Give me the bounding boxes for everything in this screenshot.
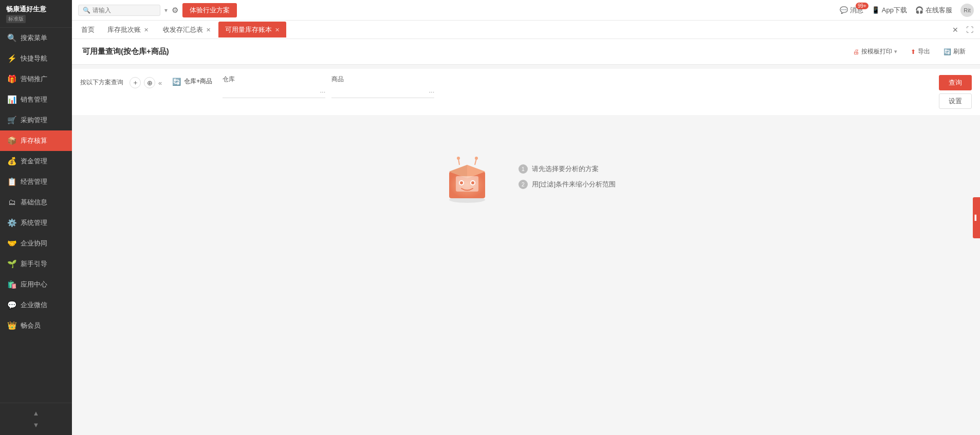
product-ellipsis-icon[interactable]: ···: [429, 88, 434, 96]
sprout-icon: 🌱: [7, 259, 16, 269]
sidebar-item-shortcut[interactable]: ⚡ 快捷导航: [0, 48, 72, 69]
scheme-label: 仓库+商品: [184, 77, 212, 86]
sidebar-item-inventory[interactable]: 📦 库存核算: [0, 130, 72, 151]
sidebar-item-basic[interactable]: 🗂 基础信息: [0, 192, 72, 213]
handshake-icon: 🤝: [7, 239, 16, 248]
headset-icon: 🎧: [915, 6, 923, 14]
page-header: 可用量查询(按仓库+商品) 🖨 按模板打印 ▾ ⬆ 导出 🔄 刷新: [72, 39, 980, 65]
warehouse-field-label: 仓库: [223, 75, 325, 84]
warehouse-filter-field: 仓库 ···: [223, 75, 325, 98]
gift-icon: 🎁: [7, 74, 16, 84]
product-filter-field: 商品 ···: [331, 75, 434, 98]
warehouse-ellipsis-icon[interactable]: ···: [320, 88, 325, 96]
empty-tips: 1 请先选择要分析的方案 2 用[过滤]条件来缩小分析范围: [519, 164, 616, 189]
svg-point-8: [460, 181, 463, 184]
refresh-icon: 🔄: [944, 48, 951, 55]
folder-icon: 🗂: [7, 198, 16, 206]
sidebar-item-finance-label: 资金管理: [21, 157, 47, 166]
svg-point-9: [471, 181, 474, 184]
tab-storage-summary-close[interactable]: ✕: [206, 27, 211, 33]
empty-illustration: [436, 146, 498, 207]
sidebar-item-purchase-label: 采购管理: [21, 116, 47, 125]
online-service-button[interactable]: 🎧 在线客服: [915, 6, 952, 15]
app-download-button[interactable]: 📱 App下载: [872, 6, 907, 15]
print-chevron-icon: ▾: [894, 48, 897, 55]
page-actions: 🖨 按模板打印 ▾ ⬆ 导出 🔄 刷新: [849, 45, 970, 58]
trial-industry-button[interactable]: 体验行业方案: [182, 3, 237, 17]
cart-icon: 🛒: [7, 116, 16, 125]
sidebar-item-wechat-label: 企业微信: [21, 300, 47, 310]
sidebar-item-operation[interactable]: 📋 经营管理: [0, 172, 72, 192]
sidebar-scroll-down[interactable]: ▼: [0, 419, 72, 431]
scheme-warehouse-product[interactable]: 🔄 仓库+商品: [168, 75, 216, 88]
sidebar-item-appstore[interactable]: 🛍️ 应用中心: [0, 274, 72, 295]
refresh-button[interactable]: 🔄 刷新: [939, 45, 970, 58]
sidebar-item-member[interactable]: 👑 畅会员: [0, 315, 72, 336]
query-buttons: 查询 设置: [939, 75, 972, 109]
sidebar-item-purchase[interactable]: 🛒 采购管理: [0, 110, 72, 130]
filter-fields: 仓库 ··· 商品 ···: [223, 75, 933, 98]
sidebar-scroll-up[interactable]: ▲: [0, 407, 72, 419]
sidebar-item-search[interactable]: 🔍 搜索菜单: [0, 28, 72, 48]
print-label: 按模板打印: [861, 47, 892, 56]
tab-storage-summary[interactable]: 收发存汇总表 ✕: [156, 22, 217, 37]
tab-close-all-button[interactable]: ✕: [949, 24, 961, 36]
sidebar-item-newbie-label: 新手引导: [21, 259, 47, 269]
sidebar-item-enterprise[interactable]: 🤝 企业协同: [0, 233, 72, 254]
tab-batch-ledger[interactable]: 库存批次账 ✕: [101, 22, 155, 37]
sidebar-item-finance[interactable]: 💰 资金管理: [0, 151, 72, 172]
sidebar-item-wechat[interactable]: 💬 企业微信: [0, 295, 72, 315]
scroll-indicator: ▌: [974, 215, 978, 220]
brand-name: 畅康通好生意: [6, 5, 66, 14]
sidebar-item-member-label: 畅会员: [21, 321, 41, 330]
query-button[interactable]: 查询: [939, 75, 972, 90]
warehouse-input[interactable]: [223, 88, 318, 96]
tab-batch-ledger-close[interactable]: ✕: [144, 27, 149, 33]
empty-state: 1 请先选择要分析的方案 2 用[过滤]条件来缩小分析范围: [72, 115, 980, 238]
tab-home[interactable]: 首页: [76, 22, 100, 37]
sidebar-item-enterprise-label: 企业协同: [21, 239, 47, 248]
avatar[interactable]: Rit: [960, 4, 974, 17]
search-bar[interactable]: 🔍: [78, 5, 160, 16]
main-content: 🔍 ▾ ⚙ 体验行业方案 💬 消息 99+ 📱 App下载 🎧 在线客服 Rit: [72, 0, 980, 435]
message-button[interactable]: 💬 消息 99+: [840, 6, 863, 15]
add-scheme-button[interactable]: ＋: [130, 77, 141, 88]
product-input[interactable]: [331, 88, 427, 96]
search-input[interactable]: [93, 7, 156, 14]
svg-point-13: [475, 157, 478, 160]
sidebar-item-sales[interactable]: 📊 销售管理: [0, 89, 72, 110]
sidebar-item-basic-label: 基础信息: [21, 198, 47, 207]
tab-expand-button[interactable]: ⛶: [964, 24, 976, 36]
collapse-button[interactable]: «: [158, 79, 162, 87]
settings-icon[interactable]: ⚙: [172, 6, 178, 15]
sidebar-nav: 🔍 搜索菜单 ⚡ 快捷导航 🎁 营销推广 📊 销售管理 🛒 采购管理 📦 库存核…: [0, 28, 72, 403]
product-field-input[interactable]: ···: [331, 86, 434, 98]
tab-available-ledger-close[interactable]: ✕: [275, 27, 280, 33]
scheme-icon: 🔄: [172, 78, 181, 86]
warehouse-field-input[interactable]: ···: [223, 86, 325, 98]
svg-point-11: [457, 157, 460, 160]
filter-settings-button[interactable]: 设置: [939, 93, 972, 109]
tab-available-ledger[interactable]: 可用量库存账本 ✕: [218, 22, 286, 37]
sidebar-item-marketing[interactable]: 🎁 营销推广: [0, 69, 72, 89]
sidebar-item-system-label: 系统管理: [21, 218, 47, 228]
tip-number-2: 2: [519, 180, 528, 189]
sidebar-item-system[interactable]: ⚙️ 系统管理: [0, 213, 72, 233]
right-scrollbar[interactable]: ▌: [973, 197, 980, 238]
search-chevron-icon[interactable]: ▾: [164, 7, 168, 14]
print-template-button[interactable]: 🖨 按模板打印 ▾: [849, 45, 901, 58]
page-title: 可用量查询(按仓库+商品): [82, 47, 169, 56]
sidebar-item-newbie[interactable]: 🌱 新手引导: [0, 254, 72, 274]
scheme-settings-button[interactable]: ⊕: [144, 77, 155, 88]
filter-area: 按以下方案查询 ＋ ⊕ « 🔄 仓库+商品 仓库 ···: [72, 69, 980, 115]
brand-tag: 标准版: [6, 15, 26, 23]
export-button[interactable]: ⬆ 导出: [907, 45, 934, 58]
page-content: 可用量查询(按仓库+商品) 🖨 按模板打印 ▾ ⬆ 导出 🔄 刷新 按以下方: [72, 39, 980, 435]
wechat-icon: 💬: [7, 300, 16, 310]
sidebar-item-sales-label: 销售管理: [21, 95, 47, 104]
search-icon: 🔍: [7, 33, 16, 43]
message-icon: 💬: [840, 6, 848, 14]
app-download-label: App下载: [882, 6, 907, 15]
tabs-controls: ✕ ⛶: [949, 24, 976, 36]
tab-storage-summary-label: 收发存汇总表: [163, 25, 203, 34]
